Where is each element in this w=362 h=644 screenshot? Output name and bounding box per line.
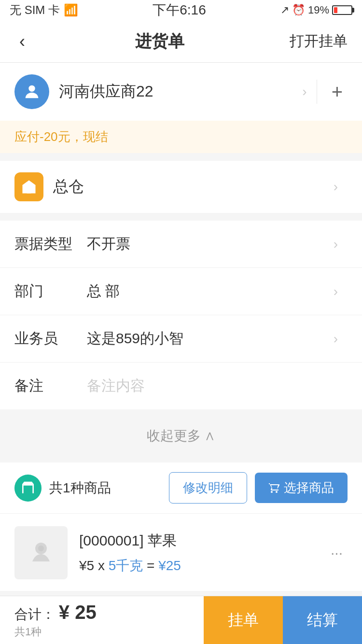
shopping-bag-icon xyxy=(20,480,36,496)
svg-rect-1 xyxy=(27,188,31,194)
cart-icon xyxy=(268,482,280,494)
ticket-type-label: 票据类型 xyxy=(14,234,77,254)
select-product-label: 选择商品 xyxy=(284,479,334,496)
product-equals: = xyxy=(147,558,158,573)
total-label: 合计： xyxy=(14,607,55,622)
product-placeholder-icon xyxy=(27,538,56,567)
svg-point-3 xyxy=(38,546,44,551)
products-count-label: 共1种商品 xyxy=(49,479,169,497)
supplier-row[interactable]: 河南供应商22 › + xyxy=(0,63,362,121)
wifi-icon: 📶 xyxy=(64,3,78,17)
person-icon xyxy=(22,82,42,101)
battery-fill xyxy=(334,7,337,13)
collapse-button[interactable]: 收起更多 ∧ xyxy=(0,417,362,455)
battery-percent: 19% xyxy=(308,4,329,16)
edit-detail-button[interactable]: 修改明细 xyxy=(169,472,247,504)
product-menu-button[interactable]: ··· xyxy=(326,540,348,566)
status-right: ↗ ⏰ 19% xyxy=(280,4,352,16)
total-section: 合计： ¥ 25 共1种 xyxy=(0,602,204,639)
open-hang-button[interactable]: 打开挂单 xyxy=(290,31,348,51)
warehouse-name: 总仓 xyxy=(53,176,334,197)
supplier-section: 河南供应商22 › + xyxy=(0,63,362,121)
bottom-actions: 挂单 结算 xyxy=(204,596,362,644)
products-header: 共1种商品 修改明细 选择商品 xyxy=(0,462,362,514)
form-section: 票据类型 不开票 › 部门 总 部 › 业务员 这是859的小智 › 备注 备注… xyxy=(0,221,362,409)
battery-icon xyxy=(332,5,352,15)
warehouse-icon xyxy=(20,178,38,196)
alarm-icon: ⏰ xyxy=(292,4,305,16)
warehouse-chevron-icon: › xyxy=(334,179,338,195)
carrier-label: 无 SIM 卡 xyxy=(10,2,60,18)
product-unit-price: ¥5 x xyxy=(79,558,109,573)
department-chevron-icon: › xyxy=(334,284,338,299)
svg-point-0 xyxy=(28,85,35,92)
hang-order-button[interactable]: 挂单 xyxy=(204,596,283,644)
status-time: 下午6:16 xyxy=(153,1,206,19)
warehouse-icon-bg xyxy=(14,172,43,201)
status-left: 无 SIM 卡 📶 xyxy=(10,2,78,18)
checkout-button[interactable]: 结算 xyxy=(283,596,362,644)
remark-label: 备注 xyxy=(14,376,77,396)
back-button[interactable]: ‹ xyxy=(14,27,30,56)
supplier-chevron-icon: › xyxy=(302,84,306,99)
status-bar: 无 SIM 卡 📶 下午6:16 ↗ ⏰ 19% xyxy=(0,0,362,20)
supplier-avatar xyxy=(14,74,49,109)
total-row: 合计： ¥ 25 xyxy=(14,602,189,624)
product-info: [0000001] 苹果 ¥5 x 5千克 = ¥25 xyxy=(79,531,326,575)
remark-row[interactable]: 备注 备注内容 xyxy=(0,363,362,409)
supplier-name: 河南供应商22 xyxy=(59,81,302,102)
location-icon: ↗ xyxy=(280,4,289,16)
bottom-bar: 合计： ¥ 25 共1种 挂单 结算 xyxy=(0,596,362,644)
add-supplier-button[interactable]: + xyxy=(327,81,348,103)
products-section: 共1种商品 修改明细 选择商品 [0000001] xyxy=(0,462,362,591)
ticket-type-row[interactable]: 票据类型 不开票 › xyxy=(0,221,362,268)
department-row[interactable]: 部门 总 部 › xyxy=(0,268,362,315)
total-amount: ¥ 25 xyxy=(59,602,97,623)
page-title: 进货单 xyxy=(135,30,184,53)
product-thumbnail xyxy=(14,526,68,579)
main-content: 河南供应商22 › + 应付-20元，现结 总仓 › 票据类型 不开票 › xyxy=(0,63,362,644)
products-icon-bg xyxy=(14,475,42,502)
salesperson-value: 这是859的小智 xyxy=(77,329,334,349)
divider xyxy=(317,80,317,104)
department-label: 部门 xyxy=(14,281,77,301)
notice-banner: 应付-20元，现结 xyxy=(0,121,362,153)
product-code: [0000001] xyxy=(79,532,148,548)
warehouse-row[interactable]: 总仓 › xyxy=(0,161,362,213)
ticket-type-value: 不开票 xyxy=(77,234,334,254)
salesperson-label: 业务员 xyxy=(14,329,77,349)
nav-bar: ‹ 进货单 打开挂单 xyxy=(0,20,362,63)
product-total: ¥25 xyxy=(158,558,181,573)
department-value: 总 部 xyxy=(77,281,334,301)
select-product-button[interactable]: 选择商品 xyxy=(255,473,348,503)
product-price-row: ¥5 x 5千克 = ¥25 xyxy=(79,557,326,575)
salesperson-chevron-icon: › xyxy=(334,331,338,347)
warehouse-section: 总仓 › xyxy=(0,161,362,213)
product-name: [0000001] 苹果 xyxy=(79,531,326,551)
notice-text: 应付-20元，现结 xyxy=(14,129,108,144)
product-item: [0000001] 苹果 ¥5 x 5千克 = ¥25 ··· xyxy=(0,515,362,591)
total-count: 共1种 xyxy=(14,625,189,639)
product-title: 苹果 xyxy=(148,532,177,548)
remark-value: 备注内容 xyxy=(77,376,348,396)
ticket-type-chevron-icon: › xyxy=(334,237,338,252)
product-quantity: 5千克 xyxy=(109,558,143,573)
salesperson-row[interactable]: 业务员 这是859的小智 › xyxy=(0,315,362,363)
